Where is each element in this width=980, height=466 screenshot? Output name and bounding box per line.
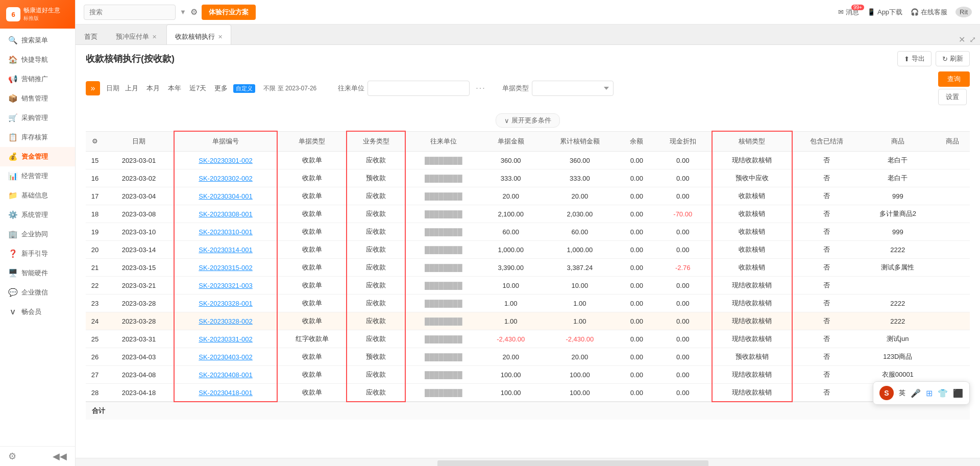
table-row: 252023-03-31SK-20230331-002红字收款单应收款█████…	[86, 330, 970, 348]
topbar-gear-icon[interactable]: ⚙	[190, 7, 198, 17]
dropdown-arrow-icon[interactable]: ▼	[180, 8, 186, 16]
puzzle-icon[interactable]: ⬛	[953, 388, 963, 398]
sidebar-label-wechat: 企业微信	[21, 288, 48, 297]
home-icon: 🏠	[8, 55, 17, 64]
grid-icon[interactable]: ⊞	[926, 388, 933, 398]
tabs-right-actions: ✕ ⤢	[959, 35, 980, 44]
this-month-btn[interactable]: 本月	[144, 83, 162, 94]
logo-subtitle: 标推版	[23, 15, 60, 22]
settings-button[interactable]: 设置	[938, 89, 967, 105]
industry-solution-button[interactable]: 体验行业方案	[202, 5, 256, 20]
sidebar-item-wechat[interactable]: 💬 企业微信	[0, 283, 75, 302]
sidebar-bottom: ⚙ ◀◀	[0, 446, 75, 466]
col-product2: 商品	[935, 131, 970, 152]
more-options-dots[interactable]: ···	[476, 84, 485, 93]
expand-conditions-button[interactable]: ∨ 展开更多条件	[496, 113, 560, 128]
sidebar-item-operations[interactable]: 📊 经营管理	[0, 166, 75, 186]
refresh-button[interactable]: ↻ 刷新	[936, 51, 970, 66]
table-row: 212023-03-15SK-20230315-002收款单应收款███████…	[86, 259, 970, 277]
sidebar-item-marketing[interactable]: 📢 营销推广	[0, 69, 75, 89]
filter-expand-button[interactable]: »	[86, 81, 100, 95]
col-balance: 余额	[619, 131, 654, 152]
tab-home-label: 首页	[84, 32, 97, 41]
refresh-icon: ↻	[942, 55, 948, 63]
header-actions: ⬆ 导出 ↻ 刷新	[897, 51, 970, 66]
message-icon: ✉	[838, 8, 844, 16]
voucher-type-select[interactable]	[532, 81, 614, 96]
table-row: 222023-03-21SK-20230321-003收款单应收款███████…	[86, 277, 970, 295]
sidebar-label-basic: 基础信息	[21, 191, 48, 200]
sidebar-item-sales[interactable]: 📦 销售管理	[0, 89, 75, 108]
sidebar-item-quicknav[interactable]: 🏠 快捷导航	[0, 50, 75, 69]
tab-receipts-label: 收款核销执行	[175, 32, 215, 41]
online-service-button[interactable]: 🎧 在线客服	[911, 8, 947, 17]
table-row: 262023-04-03SK-20230403-002收款单预收款███████…	[86, 348, 970, 366]
logo-icon: 6	[6, 7, 20, 21]
col-settings-icon[interactable]: ⚙	[86, 131, 104, 152]
sidebar-item-search[interactable]: 🔍 搜索菜单	[0, 31, 75, 50]
tab-prepay-close-icon[interactable]: ✕	[152, 34, 157, 40]
sidebar-label-finance: 资金管理	[21, 152, 48, 161]
sidebar-item-basic[interactable]: 📁 基础信息	[0, 186, 75, 205]
tab-prepay[interactable]: 预冲应付单 ✕	[107, 24, 165, 44]
sidebar-logo: 6 畅康道好生意 标推版	[0, 0, 75, 29]
query-button[interactable]: 查询	[938, 71, 970, 87]
sidebar-item-system[interactable]: ⚙️ 系统管理	[0, 205, 75, 225]
date-filter-group: 日期 上月 本月 本年 近7天 更多 自定义	[106, 83, 255, 94]
tab-close-all-icon[interactable]: ✕	[959, 35, 965, 44]
messages-button[interactable]: ✉ 消息 99+	[838, 8, 859, 17]
col-include-settled: 包含已结清	[792, 131, 861, 152]
search-input[interactable]	[84, 5, 176, 20]
tabs-bar: 首页 预冲应付单 ✕ 收款核销执行 ✕ ✕ ⤢	[76, 24, 980, 45]
tab-receipts[interactable]: 收款核销执行 ✕	[166, 24, 231, 44]
guide-icon: ❓	[8, 249, 17, 258]
more-date-btn[interactable]: 更多	[212, 83, 230, 94]
sidebar-label-system: 系统管理	[21, 210, 48, 219]
app-download-button[interactable]: 📱 App下载	[867, 8, 902, 17]
wechat-icon: 💬	[8, 288, 17, 297]
table-row: 172023-03-04SK-20230304-001收款单应收款███████…	[86, 187, 970, 205]
sidebar-label-quicknav: 快捷导航	[21, 55, 48, 64]
horizontal-scrollbar[interactable]	[76, 458, 980, 466]
chevron-down-icon: ∨	[504, 117, 509, 125]
mic-icon[interactable]: 🎤	[911, 388, 921, 398]
sidebar-item-guide[interactable]: ❓ 新手引导	[0, 244, 75, 263]
sidebar-label-sales: 销售管理	[21, 94, 48, 103]
this-year-btn[interactable]: 本年	[165, 83, 184, 94]
tab-expand-icon[interactable]: ⤢	[969, 35, 976, 44]
date-filter-label: 日期	[106, 84, 119, 93]
page-header: 收款核销执行(按收款) ⬆ 导出 ↻ 刷新	[76, 45, 980, 66]
sidebar-item-purchase[interactable]: 🛒 采购管理	[0, 108, 75, 128]
table-row: 202023-03-14SK-20230314-001收款单应收款███████…	[86, 241, 970, 259]
sidebar-label-marketing: 营销推广	[21, 75, 48, 84]
phone-icon: 📱	[867, 8, 875, 16]
last-month-btn[interactable]: 上月	[122, 83, 141, 94]
export-button[interactable]: ⬆ 导出	[897, 51, 932, 66]
headset-icon: 🎧	[911, 8, 919, 16]
shirt-icon[interactable]: 👕	[938, 388, 948, 398]
sidebar-item-finance[interactable]: 💰 资金管理	[0, 147, 75, 166]
table-footer-total: 合计	[86, 402, 970, 420]
filter-bar: » 日期 上月 本月 本年 近7天 更多 自定义 不限 至 2023-07-26…	[76, 66, 980, 110]
table-row: 152023-03-01SK-20230301-002收款单应收款███████…	[86, 152, 970, 169]
tab-receipts-close-icon[interactable]: ✕	[218, 34, 223, 40]
custom-date-badge[interactable]: 自定义	[233, 84, 255, 93]
partner-input[interactable]	[368, 81, 470, 96]
sidebar-item-enterprise[interactable]: 🏢 企业协同	[0, 225, 75, 244]
sidebar-item-hardware[interactable]: 🖥️ 智能硬件	[0, 263, 75, 283]
sidebar-label-operations: 经营管理	[21, 171, 48, 181]
voucher-type-filter-group: 单据类型	[502, 81, 614, 96]
sidebar-item-inventory[interactable]: 📋 库存核算	[0, 128, 75, 147]
filter-action-buttons: 查询 设置	[938, 71, 970, 105]
sidebar-label-search: 搜索菜单	[21, 36, 48, 45]
sidebar-item-member[interactable]: V 畅会员	[0, 302, 75, 322]
search-icon: 🔍	[8, 36, 17, 45]
sidebar-collapse-icon[interactable]: ◀◀	[53, 451, 67, 462]
inventory-icon: 📋	[8, 133, 17, 142]
last-7days-btn[interactable]: 近7天	[187, 83, 209, 94]
user-name-label: Rit	[955, 7, 972, 17]
user-avatar[interactable]: Rit	[955, 7, 972, 17]
tab-home[interactable]: 首页	[76, 24, 106, 44]
table-row: 272023-04-08SK-20230408-001收款单应收款███████…	[86, 366, 970, 384]
settings-gear-icon[interactable]: ⚙	[8, 451, 16, 462]
